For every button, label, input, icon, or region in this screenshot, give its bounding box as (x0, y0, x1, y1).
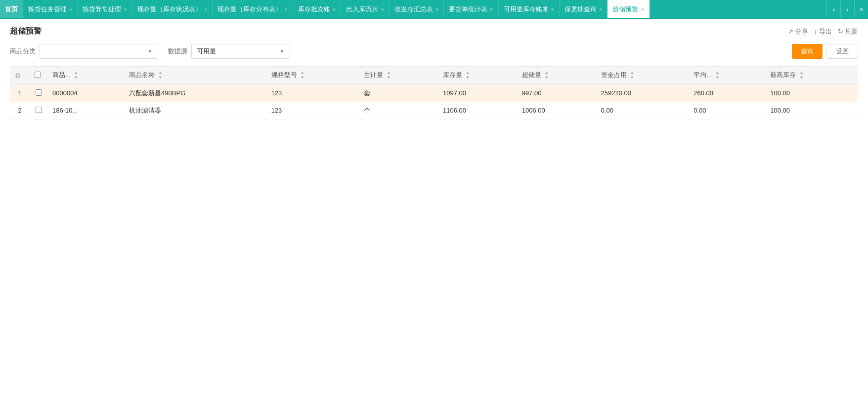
filter-datasource: 数据源 可用量 ▼ (168, 44, 290, 59)
th-avg[interactable]: 平均... ▲▼ (689, 67, 765, 85)
nav-tab-close-icon[interactable]: × (381, 6, 384, 12)
nav-home[interactable]: 首页 (0, 0, 23, 18)
nav-tab-tab5[interactable]: 库存批次账× (293, 0, 341, 18)
cell-over-stock: 997.00 (517, 84, 596, 102)
nav-tab-tab3[interactable]: 现存量（库存状况表）× (132, 0, 213, 18)
nav-tab-label: 收发存汇总表 (394, 5, 433, 14)
sort-icon-name: ▲▼ (158, 71, 163, 80)
cell-product-code: 0000004 (47, 84, 124, 102)
th-gear: ⚙ (10, 67, 30, 85)
export-button[interactable]: ↓ 导出 (814, 27, 832, 36)
nav-tab-close-icon[interactable]: × (599, 6, 602, 12)
cell-avg: 0.00 (689, 102, 765, 119)
nav-tab-label: 拣货任务管理 (28, 5, 67, 14)
cell-product-name: 六配套新昌490BPG (124, 84, 266, 102)
row-checkbox-cell (30, 84, 47, 102)
settings-gear-icon[interactable]: ⚙ (15, 72, 21, 79)
nav-tab-close-icon[interactable]: × (124, 6, 127, 12)
cell-spec: 123 (266, 102, 359, 119)
nav-tab-tab1[interactable]: 拣货任务管理× (23, 0, 78, 18)
nav-tab-tab9[interactable]: 可用量库存账本× (499, 0, 560, 18)
row-checkbox-0[interactable] (36, 89, 42, 96)
cell-stock: 1106.00 (438, 102, 517, 119)
cell-capital: 0.00 (596, 102, 689, 119)
nav-tab-label: 超储预警 (612, 5, 638, 14)
refresh-button[interactable]: ↻ 刷新 (838, 27, 858, 36)
nav-tab-close-icon[interactable]: × (641, 6, 644, 12)
th-unit[interactable]: 主计量 ▲▼ (359, 67, 438, 85)
cell-stock: 1097.00 (438, 84, 517, 102)
nav-tab-tab10[interactable]: 保质期查询× (560, 0, 608, 18)
nav-tab-label: 出入库流水 (346, 5, 378, 14)
nav-tab-close-icon[interactable]: × (435, 6, 438, 12)
page-title: 超储预警 (10, 26, 42, 37)
nav-arrows: ‹ › × (826, 0, 868, 18)
nav-tab-label: 可用量库存账本 (504, 5, 549, 14)
export-icon: ↓ (814, 28, 818, 35)
share-button[interactable]: ↗ 分享 (788, 27, 808, 36)
refresh-label: 刷新 (845, 27, 858, 36)
nav-tab-label: 现存量（库存分布表） (217, 5, 282, 14)
cell-unit: 个 (359, 102, 438, 119)
datasource-select[interactable]: 可用量 ▼ (191, 44, 290, 59)
cell-product-name: 机油滤清器 (124, 102, 266, 119)
nav-tab-close-icon[interactable]: × (284, 6, 287, 12)
nav-tab-tab7[interactable]: 收发存汇总表× (390, 0, 444, 18)
table-row: 2 186-10... 机油滤清器 123 个 1106.00 1006.00 … (10, 102, 858, 119)
nav-arrow-close[interactable]: × (854, 0, 868, 18)
datasource-label: 数据源 (168, 47, 187, 56)
nav-arrow-right[interactable]: › (840, 0, 854, 18)
th-capital[interactable]: 资金占用 ▲▼ (596, 67, 689, 85)
table-header-row: ⚙ 商品... ▲▼ 商品名称 ▲▼ 规格型号 ▲▼ 主计量 ▲▼ (10, 67, 858, 85)
datasource-chevron-icon: ▼ (279, 48, 285, 54)
row-checkbox-cell (30, 102, 47, 119)
nav-tab-close-icon[interactable]: × (551, 6, 554, 12)
sort-icon-unit: ▲▼ (387, 71, 391, 80)
cell-spec: 123 (266, 84, 359, 102)
setting-button[interactable]: 设置 (826, 44, 858, 59)
cell-max-stock: 100.00 (765, 102, 858, 119)
th-product-name[interactable]: 商品名称 ▲▼ (124, 67, 266, 85)
cell-avg: 260.00 (689, 84, 765, 102)
th-product-code[interactable]: 商品... ▲▼ (47, 67, 124, 85)
nav-tab-tab4[interactable]: 现存量（库存分布表）× (213, 0, 293, 18)
select-all-checkbox[interactable] (35, 72, 41, 78)
nav-home-label: 首页 (5, 5, 18, 14)
nav-tab-close-icon[interactable]: × (204, 6, 207, 12)
nav-tab-label: 库存批次账 (298, 5, 330, 14)
sort-icon-stock: ▲▼ (466, 71, 470, 80)
filter-actions: 查询 设置 (792, 44, 858, 59)
th-spec[interactable]: 规格型号 ▲▼ (266, 67, 359, 85)
row-checkbox-1[interactable] (36, 107, 42, 113)
nav-tab-close-icon[interactable]: × (490, 6, 493, 12)
nav-tab-close-icon[interactable]: × (69, 6, 72, 12)
cell-over-stock: 1006.00 (517, 102, 596, 119)
header-actions: ↗ 分享 ↓ 导出 ↻ 刷新 (788, 27, 859, 36)
sort-icon-capital: ▲▼ (630, 71, 634, 80)
share-icon: ↗ (788, 28, 793, 35)
category-chevron-icon: ▼ (147, 48, 153, 54)
cell-max-stock: 100.00 (765, 84, 858, 102)
refresh-icon: ↻ (838, 28, 843, 35)
nav-tab-tab8[interactable]: 要货单统计表× (444, 0, 498, 18)
nav-tab-tab11[interactable]: 超储预警× (608, 0, 649, 18)
sort-icon-spec: ▲▼ (300, 71, 304, 80)
query-button[interactable]: 查询 (792, 44, 823, 59)
nav-tab-label: 拣货异常处理 (83, 5, 121, 14)
datasource-select-value: 可用量 (197, 47, 216, 56)
th-stock[interactable]: 库存量 ▲▼ (438, 67, 517, 85)
sort-icon-avg: ▲▼ (715, 71, 720, 80)
row-index: 1 (10, 84, 30, 102)
th-over-stock[interactable]: 超储量 ▲▼ (517, 67, 596, 85)
nav-tab-tab2[interactable]: 拣货异常处理× (78, 0, 132, 18)
nav-tab-close-icon[interactable]: × (333, 6, 336, 12)
category-label: 商品分类 (10, 47, 36, 56)
th-checkbox (30, 67, 47, 85)
sort-icon-max-stock: ▲▼ (799, 71, 804, 80)
nav-tab-tab6[interactable]: 出入库流水× (341, 0, 389, 18)
th-max-stock[interactable]: 最高库存 ▲▼ (765, 67, 858, 85)
filter-category: 商品分类 ▼ (10, 44, 158, 59)
nav-arrow-left[interactable]: ‹ (826, 0, 840, 18)
category-select[interactable]: ▼ (40, 44, 158, 59)
sort-icon-over-stock: ▲▼ (544, 71, 549, 80)
